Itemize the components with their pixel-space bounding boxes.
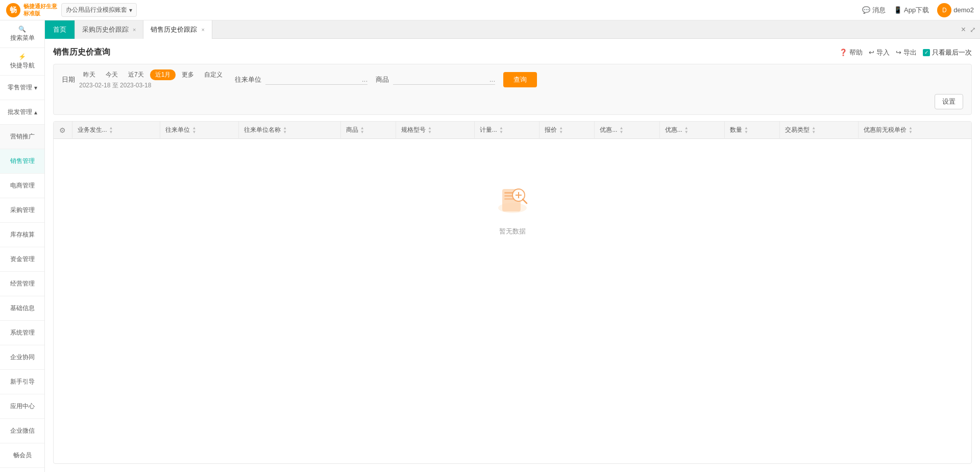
filter-bar: 日期 昨天 今天 近7天 近1月 更多 自定义 202 bbox=[53, 64, 972, 115]
app-selector[interactable]: 办公用品行业模拟账套 ▾ bbox=[61, 3, 137, 17]
sort-arrows-5: ▲▼ bbox=[428, 126, 432, 134]
search-icon: 🔍 bbox=[18, 26, 26, 33]
th-partner-code[interactable]: 往来单位 ▲▼ bbox=[160, 122, 239, 139]
right-panel: 首页 采购历史价跟踪 × 销售历史价跟踪 × × ⤢ 销售历史价查询 bbox=[45, 20, 980, 472]
page-title: 销售历史价查询 bbox=[53, 47, 110, 58]
date-options: 昨天 今天 近7天 近1月 更多 自定义 bbox=[79, 69, 227, 80]
sort-arrows: ▲▼ bbox=[109, 126, 113, 134]
tab-purchase[interactable]: 采购历史价跟踪 × bbox=[75, 20, 143, 39]
export-icon: ↪ bbox=[896, 49, 901, 56]
partner-dots[interactable]: ... bbox=[362, 75, 368, 83]
th-discount1[interactable]: 优惠... ▲▼ bbox=[595, 122, 659, 139]
date-btn-last7[interactable]: 近7天 bbox=[124, 69, 148, 80]
date-btn-custom[interactable]: 自定义 bbox=[200, 69, 227, 80]
sidebar-item-inventory[interactable]: 库存核算 bbox=[0, 223, 44, 247]
sidebar-item-sales-mgmt[interactable]: 销售管理 bbox=[0, 149, 44, 174]
filter-row: 日期 昨天 今天 近7天 近1月 更多 自定义 202 bbox=[62, 69, 963, 90]
sort-arrows-10: ▲▼ bbox=[744, 126, 748, 134]
date-btn-today[interactable]: 今天 bbox=[102, 69, 122, 80]
query-button[interactable]: 查询 bbox=[503, 72, 537, 87]
partner-input[interactable] bbox=[265, 75, 359, 83]
product-filter-group: 商品 ... bbox=[376, 75, 495, 85]
date-btn-more[interactable]: 更多 bbox=[178, 69, 198, 80]
message-icon: 💬 bbox=[862, 6, 870, 14]
top-bar-left: 畅 畅捷通好生意 标准版 办公用品行业模拟账套 ▾ bbox=[6, 3, 137, 17]
sort-arrows-6: ▲▼ bbox=[499, 126, 503, 134]
chevron-down-icon: ▾ bbox=[129, 7, 132, 14]
tab-bar: 首页 采购历史价跟踪 × 销售历史价跟踪 × × ⤢ bbox=[45, 20, 980, 39]
sidebar-item-marketing[interactable]: 营销推广 bbox=[0, 125, 44, 149]
sidebar-item-basic[interactable]: 基础信息 bbox=[0, 296, 44, 321]
sidebar-item-app-center[interactable]: 应用中心 bbox=[0, 394, 44, 419]
tab-close-sales[interactable]: × bbox=[201, 27, 204, 33]
partner-input-wrapper: ... bbox=[265, 75, 368, 85]
page-header: 销售历史价查询 ❓ 帮助 ↩ 导入 ↪ 导出 bbox=[53, 47, 972, 58]
settings-button[interactable]: 设置 bbox=[935, 94, 963, 109]
sort-arrows-4: ▲▼ bbox=[360, 126, 364, 134]
partner-filter-group: 往来单位 ... bbox=[235, 75, 368, 85]
product-dots[interactable]: ... bbox=[489, 75, 496, 83]
close-window-icon[interactable]: × bbox=[961, 25, 966, 34]
message-action[interactable]: 💬 消息 bbox=[862, 6, 886, 15]
tab-home[interactable]: 首页 bbox=[45, 20, 75, 39]
sort-arrows-12: ▲▼ bbox=[909, 126, 913, 134]
fullscreen-icon[interactable]: ⤢ bbox=[970, 26, 976, 34]
export-button[interactable]: ↪ 导出 bbox=[896, 48, 917, 57]
download-icon: 📱 bbox=[894, 6, 902, 14]
th-spec[interactable]: 规格型号 ▲▼ bbox=[396, 122, 475, 139]
th-product[interactable]: 商品 ▲▼ bbox=[340, 122, 396, 139]
sidebar-item-weixin[interactable]: 企业微信 bbox=[0, 419, 44, 443]
filter-second-row: 设置 bbox=[62, 94, 963, 109]
sidebar-item-search[interactable]: 🔍 搜索菜单 bbox=[0, 20, 44, 48]
th-qty[interactable]: 数量 ▲▼ bbox=[724, 122, 779, 139]
sidebar-item-enterprise[interactable]: 企业协同 bbox=[0, 345, 44, 370]
th-pre-tax[interactable]: 优惠前无税单价 ▲▼ bbox=[859, 122, 971, 139]
sort-arrows-9: ▲▼ bbox=[684, 126, 689, 134]
tab-sales[interactable]: 销售历史价跟踪 × bbox=[143, 20, 212, 39]
th-settings[interactable]: ⚙ bbox=[54, 122, 72, 139]
sidebar-item-member[interactable]: 畅会员 bbox=[0, 443, 44, 468]
sidebar-item-system[interactable]: 系统管理 bbox=[0, 321, 44, 345]
date-btn-yesterday[interactable]: 昨天 bbox=[79, 69, 100, 80]
th-discount2[interactable]: 优惠... ▲▼ bbox=[659, 122, 724, 139]
chevron-down-icon: ▾ bbox=[34, 84, 37, 91]
sidebar-item-finance[interactable]: 资金管理 bbox=[0, 247, 44, 272]
sidebar-item-wholesale[interactable]: 批发管理 ▴ bbox=[0, 100, 44, 125]
product-input[interactable] bbox=[393, 75, 487, 83]
top-bar-right: 💬 消息 📱 App下载 D demo2 bbox=[862, 3, 974, 17]
sidebar-item-shortcut[interactable]: ⚡ 快捷导航 bbox=[0, 48, 44, 76]
only-last-checkbox[interactable]: ✓ bbox=[923, 49, 930, 56]
date-filter-group: 日期 昨天 今天 近7天 近1月 更多 自定义 202 bbox=[62, 69, 227, 90]
product-label: 商品 bbox=[376, 75, 389, 84]
help-button[interactable]: ❓ 帮助 bbox=[839, 48, 863, 57]
only-last-checkbox-wrapper[interactable]: ✓ 只看最后一次 bbox=[923, 48, 972, 57]
user-area[interactable]: D demo2 bbox=[937, 3, 974, 17]
product-input-wrapper: ... bbox=[393, 75, 495, 85]
content-area: 销售历史价查询 ❓ 帮助 ↩ 导入 ↪ 导出 bbox=[45, 39, 980, 472]
chevron-up-icon: ▴ bbox=[34, 109, 37, 116]
sidebar-item-retail[interactable]: 零售管理 ▾ bbox=[0, 76, 44, 100]
sidebar-item-guide[interactable]: 新手引导 bbox=[0, 370, 44, 394]
th-biz-date[interactable]: 业务发生... ▲▼ bbox=[72, 122, 160, 139]
app-download-action[interactable]: 📱 App下载 bbox=[894, 6, 929, 15]
empty-state: 暂无数据 bbox=[54, 139, 971, 277]
sidebar-item-operations[interactable]: 经营管理 bbox=[0, 272, 44, 296]
logo-text: 畅捷通好生意 标准版 bbox=[23, 3, 57, 16]
date-btn-last1m[interactable]: 近1月 bbox=[150, 69, 176, 80]
help-icon: ❓ bbox=[839, 49, 847, 56]
page-header-actions: ❓ 帮助 ↩ 导入 ↪ 导出 ✓ 只看最后一次 bbox=[839, 48, 972, 57]
date-label: 日期 bbox=[62, 75, 75, 84]
th-trade-type[interactable]: 交易类型 ▲▼ bbox=[780, 122, 859, 139]
th-unit[interactable]: 计量... ▲▼ bbox=[474, 122, 539, 139]
table-container: ⚙ 业务发生... ▲▼ 往来 bbox=[53, 121, 972, 464]
sort-arrows-3: ▲▼ bbox=[283, 126, 287, 134]
th-quote[interactable]: 报价 ▲▼ bbox=[540, 122, 595, 139]
import-button[interactable]: ↩ 导入 bbox=[869, 48, 890, 57]
sidebar-item-ecommerce[interactable]: 电商管理 bbox=[0, 174, 44, 198]
sidebar-item-purchase[interactable]: 采购管理 bbox=[0, 198, 44, 223]
settings-icon[interactable]: ⚙ bbox=[59, 126, 66, 134]
table-header-row: ⚙ 业务发生... ▲▼ 往来 bbox=[54, 122, 971, 139]
th-partner-name[interactable]: 往来单位名称 ▲▼ bbox=[239, 122, 341, 139]
tab-close-purchase[interactable]: × bbox=[133, 27, 136, 33]
logo-icon: 畅 bbox=[6, 3, 20, 17]
